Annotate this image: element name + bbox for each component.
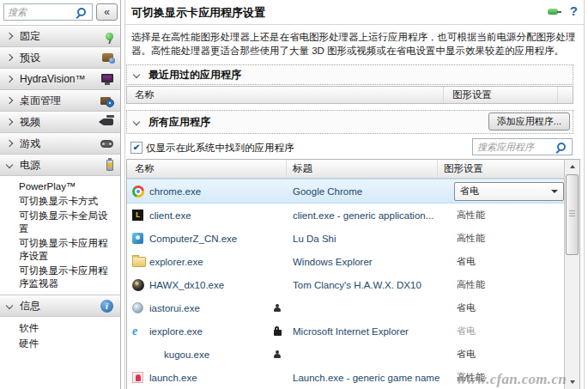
chevron-right-icon xyxy=(6,97,13,104)
launch-icon xyxy=(132,372,143,383)
hydravision-monitor-icon xyxy=(101,74,113,82)
scroll-down-button[interactable] xyxy=(566,376,579,388)
sidebar-item-software[interactable]: 软件 xyxy=(19,320,115,336)
power-submenu: PowerPlay™ 可切换显示卡方式 可切换显示卡全局设置 可切换显示卡应用程… xyxy=(0,176,120,295)
all-apps-table: 名称 标题 图形设置 chrome.exe Google Chrome 省电 L… xyxy=(126,159,580,389)
graphics-setting-value: 省电 xyxy=(457,255,565,268)
column-header-title[interactable]: 标题 xyxy=(287,160,438,178)
hawx-icon xyxy=(132,279,144,291)
recent-apps-section-header[interactable]: 最近用过的应用程序 xyxy=(126,64,573,85)
all-apps-section-header[interactable]: 所有应用程序 添加应用程序... xyxy=(126,110,573,134)
video-camera-icon xyxy=(102,119,113,125)
scroll-up-button[interactable] xyxy=(566,161,579,173)
sidebar-item-label: 预设 xyxy=(20,51,102,65)
help-icon[interactable]: ? xyxy=(570,3,578,18)
app-title: client.exe - generic application... xyxy=(293,210,457,221)
watermark: www.cfan.com.cn xyxy=(457,371,567,388)
user-badge-icon xyxy=(274,304,281,313)
table-row-kugou[interactable]: kugou.exe 省电 xyxy=(127,343,565,366)
chevron-right-icon xyxy=(6,33,13,40)
sidebar-item-label: 桌面管理 xyxy=(20,94,100,108)
app-name: kugou.exe xyxy=(149,349,274,360)
app-title: Tom Clancy's H.A.W.X. DX10 xyxy=(293,280,457,290)
column-header-name[interactable]: 名称 xyxy=(127,87,443,103)
graphics-setting-value: 省电 xyxy=(457,325,565,337)
sidebar-item-powerplay[interactable]: PowerPlay™ xyxy=(19,179,115,194)
scrollbar-thumb[interactable] xyxy=(566,174,579,255)
table-row-iastorui[interactable]: iastorui.exe 省电 xyxy=(127,296,565,319)
search-icon xyxy=(77,8,86,16)
computerz-icon xyxy=(132,233,143,244)
app-name: iastorui.exe xyxy=(149,303,274,313)
app-search-field[interactable] xyxy=(472,138,573,155)
add-application-button[interactable]: 添加应用程序... xyxy=(488,112,570,131)
table-row-computerz[interactable]: ComputerZ_CN.exe Lu Da Shi 高性能 xyxy=(127,227,565,250)
sidebar-item-pinned[interactable]: 固定 xyxy=(0,25,120,46)
sidebar-item-desktop-management[interactable]: 桌面管理 xyxy=(0,89,120,111)
sidebar-item-switchable-global[interactable]: 可切换显示卡全局设置 xyxy=(19,209,115,236)
sidebar-item-label: 游戏 xyxy=(20,137,100,151)
app-title: Windows Explorer xyxy=(293,257,457,267)
chevron-down-icon xyxy=(133,71,140,78)
graphics-setting-value: 省电 xyxy=(457,348,565,361)
app-name: launch.exe xyxy=(149,373,274,383)
main-panel: 可切换显示卡应用程序设置 ? 选择是在高性能图形处理器上还是在省电图形处理器上运… xyxy=(124,0,585,389)
sidebar-item-video[interactable]: 视频 xyxy=(0,111,120,132)
column-header-name[interactable]: 名称 xyxy=(127,160,287,178)
filter-checkbox-label: 仅显示在此系统中找到的应用程序 xyxy=(146,142,294,155)
filter-checkbox[interactable] xyxy=(130,142,142,154)
chevron-down-icon xyxy=(551,190,558,193)
app-title: Launch.exe - generic game name xyxy=(293,373,457,383)
table-row-chrome[interactable]: chrome.exe Google Chrome 省电 xyxy=(127,179,565,204)
all-apps-table-header: 名称 标题 图形设置 xyxy=(127,160,565,179)
graphics-setting-dropdown[interactable]: 省电 xyxy=(454,182,564,201)
table-row-hawx[interactable]: HAWX_dx10.exe Tom Clancy's H.A.W.X. DX10… xyxy=(127,273,565,296)
sidebar-item-switchable-method[interactable]: 可切换显示卡方式 xyxy=(19,194,115,209)
table-row-client[interactable]: L client.exe client.exe - generic applic… xyxy=(127,204,565,227)
page-description: 选择是在高性能图形处理器上还是在省电图形处理器上运行应用程序，也可根据当前电源分… xyxy=(131,30,584,58)
app-name: iexplore.exe xyxy=(149,326,274,337)
sidebar-item-gaming[interactable]: 游戏 xyxy=(0,132,120,154)
sidebar-item-presets[interactable]: 预设 xyxy=(0,46,120,68)
chevron-right-icon xyxy=(6,54,13,61)
app-name: chrome.exe xyxy=(149,186,274,197)
table-row-iexplore[interactable]: e iexplore.exe Microsoft Internet Explor… xyxy=(127,319,565,343)
sidebar-search-bar: « xyxy=(0,0,120,25)
app-title: Google Chrome xyxy=(293,186,457,197)
search-icon xyxy=(557,143,566,151)
table-row-explorer[interactable]: explorer.exe Windows Explorer 省电 xyxy=(127,250,565,273)
chevron-down-icon xyxy=(6,161,13,168)
section-title: 最近用过的应用程序 xyxy=(149,68,241,82)
sidebar-item-hydravision[interactable]: HydraVision™ xyxy=(0,68,120,89)
gamepad-icon xyxy=(100,140,113,148)
sidebar: « 固定 预设 HydraVision™ 桌面管理 视频 游戏 电源 Power… xyxy=(0,0,121,389)
app-search-input[interactable] xyxy=(473,142,557,152)
sidebar-item-power[interactable]: 电源 xyxy=(0,154,120,176)
sidebar-item-label: 信息 xyxy=(20,299,100,313)
sidebar-item-label: 视频 xyxy=(20,115,102,130)
sidebar-item-information[interactable]: 信息 i xyxy=(0,295,120,317)
sidebar-item-switchable-app-monitor[interactable]: 可切换显示卡应用程序监视器 xyxy=(19,264,115,291)
column-header-graphics-setting[interactable]: 图形设置 xyxy=(438,160,565,178)
chrome-icon xyxy=(132,185,144,198)
sidebar-item-hardware[interactable]: 硬件 xyxy=(19,336,115,351)
sidebar-search-field[interactable] xyxy=(3,3,93,21)
sidebar-item-label: 电源 xyxy=(20,158,106,173)
sidebar-item-switchable-app-settings[interactable]: 可切换显示卡应用程序设置 xyxy=(19,236,115,264)
table-scrollbar[interactable] xyxy=(564,160,579,389)
information-submenu: 软件 硬件 xyxy=(0,317,120,355)
app-name: ComputerZ_CN.exe xyxy=(149,234,274,244)
user-badge-icon xyxy=(274,350,281,359)
pin-icon xyxy=(106,33,113,40)
column-header-graphics-setting[interactable]: 图形设置 xyxy=(443,87,557,103)
sidebar-search-input[interactable] xyxy=(4,7,77,17)
info-icon: i xyxy=(100,300,113,313)
section-title: 所有应用程序 xyxy=(149,115,210,130)
dropdown-value: 省电 xyxy=(460,185,479,198)
sidebar-collapse-button[interactable]: « xyxy=(96,3,118,21)
graphics-setting-value: 省电 xyxy=(457,301,565,314)
desktop-management-icon xyxy=(100,97,111,105)
chevron-right-icon xyxy=(6,119,13,125)
triangle-down-icon xyxy=(570,380,575,384)
pin-page-icon[interactable] xyxy=(548,9,558,15)
